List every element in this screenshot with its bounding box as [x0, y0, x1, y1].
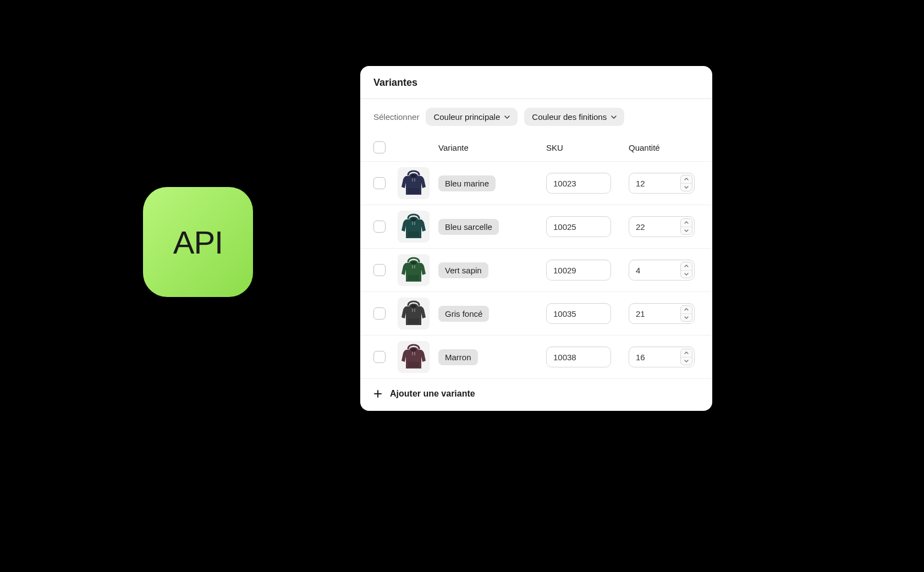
chevron-up-icon: [684, 221, 689, 224]
quantity-decrease-button[interactable]: [681, 184, 692, 191]
sku-input[interactable]: [546, 216, 611, 237]
add-variant-label: Ajouter une variante: [390, 389, 475, 399]
column-header-variant: Variante: [438, 143, 546, 152]
variant-thumbnail[interactable]: [398, 167, 430, 199]
api-badge-label: API: [173, 224, 223, 261]
chevron-down-icon: [684, 360, 689, 362]
chevron-up-icon: [684, 308, 689, 311]
chevron-down-icon: [684, 229, 689, 232]
sku-input[interactable]: [546, 346, 611, 367]
api-badge: API: [143, 187, 253, 297]
quantity-increase-button[interactable]: [681, 262, 692, 271]
chevron-down-icon: [684, 273, 689, 276]
chevron-down-icon: [684, 186, 689, 189]
quantity-increase-button[interactable]: [681, 175, 692, 184]
variant-thumbnail[interactable]: [398, 254, 430, 286]
variant-name-tag: Marron: [438, 349, 478, 365]
table-row: Vert sapin: [360, 248, 712, 292]
quantity-decrease-button[interactable]: [681, 314, 692, 322]
quantity-increase-button[interactable]: [681, 219, 692, 227]
quantity-stepper: [680, 175, 692, 191]
filter-row: Sélectionner Couleur principale Couleur …: [360, 99, 712, 135]
select-all-checkbox[interactable]: [373, 141, 386, 153]
column-header-sku: SKU: [546, 143, 629, 152]
chevron-up-icon: [684, 351, 689, 354]
plus-icon: [373, 389, 382, 398]
chevron-down-icon: [611, 116, 617, 119]
quantity-increase-button[interactable]: [681, 306, 692, 314]
chevron-down-icon: [504, 116, 510, 119]
row-checkbox[interactable]: [373, 307, 386, 320]
quantity-stepper: [680, 218, 692, 235]
svg-point-9: [411, 261, 416, 265]
variants-panel: Variantes Sélectionner Couleur principal…: [360, 66, 712, 411]
row-checkbox[interactable]: [373, 351, 386, 363]
column-header-qty: Quantité: [629, 143, 699, 152]
table-row: Gris foncé: [360, 292, 712, 335]
svg-point-17: [411, 348, 416, 351]
variant-thumbnail[interactable]: [398, 298, 430, 329]
chevron-down-icon: [684, 316, 689, 319]
add-variant-button[interactable]: Ajouter une variante: [360, 378, 712, 411]
variant-name-tag: Bleu sarcelle: [438, 219, 499, 235]
table-header: Variante SKU Quantité: [360, 135, 712, 161]
chevron-up-icon: [684, 265, 689, 267]
svg-point-1: [411, 174, 416, 178]
svg-point-5: [411, 218, 416, 221]
panel-title: Variantes: [360, 66, 712, 99]
svg-point-13: [411, 305, 416, 308]
filter-finish-color-label: Couleur des finitions: [532, 112, 607, 122]
quantity-decrease-button[interactable]: [681, 271, 692, 278]
quantity-stepper: [680, 349, 692, 365]
chevron-up-icon: [684, 178, 689, 180]
table-row: Bleu marine: [360, 161, 712, 205]
filter-main-color[interactable]: Couleur principale: [426, 108, 518, 126]
variants-table: Variante SKU Quantité Bleu marine: [360, 135, 712, 378]
sku-input[interactable]: [546, 173, 611, 194]
filter-finish-color[interactable]: Couleur des finitions: [524, 108, 624, 126]
row-checkbox[interactable]: [373, 221, 386, 233]
table-row: Bleu sarcelle: [360, 205, 712, 248]
sku-input[interactable]: [546, 303, 611, 324]
quantity-stepper: [680, 305, 692, 322]
variant-name-tag: Vert sapin: [438, 262, 488, 278]
filter-main-color-label: Couleur principale: [433, 112, 500, 122]
quantity-stepper: [680, 262, 692, 278]
quantity-increase-button[interactable]: [681, 349, 692, 358]
quantity-decrease-button[interactable]: [681, 358, 692, 365]
row-checkbox[interactable]: [373, 177, 386, 189]
quantity-decrease-button[interactable]: [681, 227, 692, 235]
variant-name-tag: Gris foncé: [438, 306, 489, 322]
variant-thumbnail[interactable]: [398, 341, 430, 373]
row-checkbox[interactable]: [373, 264, 386, 276]
variant-thumbnail[interactable]: [398, 211, 430, 243]
sku-input[interactable]: [546, 260, 611, 280]
table-row: Marron: [360, 335, 712, 378]
variant-name-tag: Bleu marine: [438, 175, 496, 191]
select-label: Sélectionner: [373, 112, 419, 122]
